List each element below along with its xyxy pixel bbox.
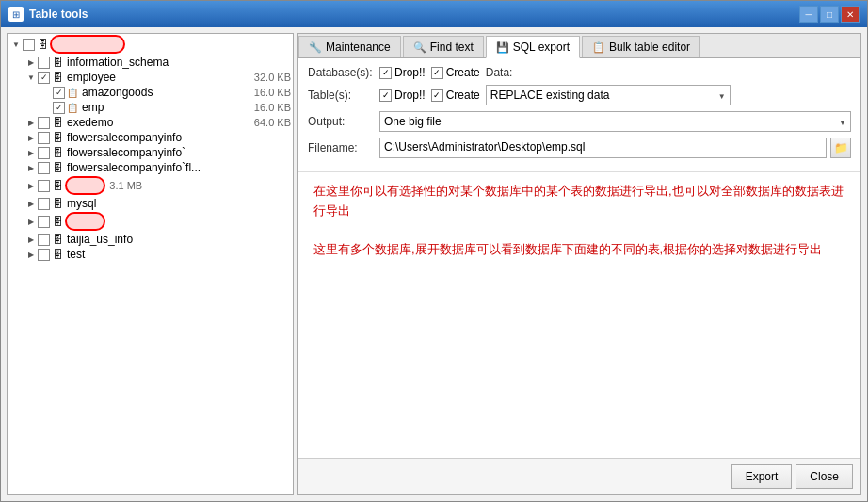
tree-checkbox-taijia[interactable]	[38, 234, 50, 246]
tree-item-employee[interactable]: employee 32.0 KB	[23, 70, 293, 85]
tree-checkbox-reddb2[interactable]	[38, 216, 50, 228]
tab-maintenance-label: Maintenance	[326, 40, 391, 54]
tab-maintenance[interactable]: 🔧 Maintenance	[298, 36, 401, 57]
output-label: Output:	[308, 115, 374, 128]
bulkeditor-icon: 📋	[592, 41, 605, 54]
bottom-bar: Export Close	[298, 458, 860, 494]
tree-item-mysql[interactable]: mysql	[23, 196, 293, 211]
tree-checkbox-flower3[interactable]	[38, 162, 50, 174]
drop2-label: Drop!!	[394, 89, 426, 102]
main-content: information_schema employee 32.0 KB amaz…	[1, 27, 867, 501]
desc-text-2: 这里有多个数据库,展开数据库可以看到数据库下面建的不同的表,根据你的选择对数据进…	[313, 240, 845, 260]
tree-item-root[interactable]	[8, 34, 293, 55]
tree-label-reddb2	[65, 212, 105, 231]
tree-size-reddb: 3.1 MB	[109, 180, 142, 191]
db-icon-flower3	[50, 161, 65, 174]
data-select-value: REPLACE existing data	[490, 89, 610, 102]
tree-checkbox-emp[interactable]	[38, 72, 50, 84]
create2-checkbox[interactable]	[431, 89, 443, 102]
tree-item-exedemo[interactable]: exedemo 64.0 KB	[23, 115, 293, 130]
drop2-checkbox-label[interactable]: Drop!!	[379, 89, 426, 102]
output-select-arrow	[839, 115, 846, 128]
create2-checkbox-label[interactable]: Create	[431, 89, 480, 102]
tree-toggle-emp[interactable]	[24, 71, 38, 84]
table-label: Table(s):	[308, 89, 374, 102]
tree-checkbox-flower2[interactable]	[38, 147, 50, 159]
tree-item-reddb2[interactable]	[23, 211, 293, 232]
tree-toggle-mysql[interactable]	[24, 197, 38, 210]
database-label: Database(s):	[308, 66, 374, 79]
tree-toggle-is[interactable]	[24, 56, 38, 69]
tab-bulkeditor-label: Bulk table editor	[609, 40, 690, 54]
db-icon-mysql	[50, 197, 65, 210]
tree-toggle-flower3[interactable]	[24, 161, 38, 174]
db-icon-reddb2	[50, 215, 65, 228]
tree-item-information_schema[interactable]: information_schema	[23, 55, 293, 70]
maximize-button[interactable]: □	[820, 6, 839, 23]
tree-item-test[interactable]: test	[23, 247, 293, 262]
tree-item-amazongoods[interactable]: amazongoods 16.0 KB	[38, 85, 293, 100]
filename-label: Filename:	[308, 141, 374, 154]
data-select[interactable]: REPLACE existing data	[486, 85, 731, 105]
tree-checkbox-test[interactable]	[38, 249, 50, 261]
tree-toggle-test[interactable]	[24, 248, 38, 261]
tree-checkbox-root[interactable]	[23, 39, 35, 51]
drop-checkbox-label[interactable]: Drop!!	[379, 66, 426, 79]
db-icon-is	[50, 56, 65, 69]
tree-toggle-amazon	[40, 86, 53, 99]
tree-item-flower3[interactable]: flowersalecompanyinfo`fl...	[23, 160, 293, 175]
tree-toggle-flower1[interactable]	[24, 131, 38, 144]
tree-label-root	[50, 35, 125, 54]
tree-item-flower1[interactable]: flowersalecompanyinfo	[23, 130, 293, 145]
tree-toggle-emp-table	[40, 101, 53, 114]
tree-checkbox-emp-table[interactable]	[53, 102, 65, 114]
table-icon-amazon	[65, 86, 80, 99]
window-controls: ─ □ ✕	[799, 6, 860, 23]
tree-label-taijia: taijia_us_info	[67, 233, 291, 246]
tab-bulk-table-editor[interactable]: 📋 Bulk table editor	[582, 36, 700, 57]
tree-item-reddb[interactable]: 3.1 MB	[23, 175, 293, 196]
window-title: Table tools	[29, 8, 88, 21]
title-bar-left: Table tools	[8, 7, 88, 22]
tree-checkbox-mysql[interactable]	[38, 198, 50, 210]
tab-bar: 🔧 Maintenance 🔍 Find text 💾 SQL export 📋…	[298, 34, 860, 58]
tree-toggle-reddb[interactable]	[24, 179, 38, 192]
close-button[interactable]: Close	[796, 464, 853, 489]
tree-checkbox-reddb[interactable]	[38, 180, 50, 192]
tree-checkbox-exedemo[interactable]	[38, 117, 50, 129]
minimize-button[interactable]: ─	[799, 6, 818, 23]
filename-input[interactable]: C:\Users\Administrator\Desktop\emp.sql	[379, 138, 827, 158]
filename-controls: C:\Users\Administrator\Desktop\emp.sql 📁	[379, 138, 851, 158]
output-select[interactable]: One big file	[379, 111, 851, 132]
tree-item-taijia[interactable]: taijia_us_info	[23, 232, 293, 247]
close-window-button[interactable]: ✕	[841, 6, 860, 23]
tree-checkbox-flower1[interactable]	[38, 132, 50, 144]
drop-checkbox[interactable]	[379, 67, 392, 79]
create-checkbox[interactable]	[431, 67, 443, 79]
export-button[interactable]: Export	[731, 464, 793, 489]
tree-label-amazon: amazongoods	[82, 86, 250, 99]
database-controls: Drop!! Create Data:	[379, 66, 851, 79]
tree-size-exedemo: 64.0 KB	[254, 117, 291, 128]
description-area: 在这里你可以有选择性的对某个数据库中的某个表的数据进行导出,也可以对全部数据库的…	[298, 172, 860, 458]
tree-toggle-flower2[interactable]	[24, 146, 38, 159]
tree-toggle-taijia[interactable]	[24, 233, 38, 246]
tree-item-emp-table[interactable]: emp 16.0 KB	[38, 100, 293, 115]
create-checkbox-label[interactable]: Create	[431, 66, 480, 79]
tree-toggle-reddb2[interactable]	[24, 215, 38, 228]
tree-label-test: test	[67, 248, 291, 261]
title-bar: Table tools ─ □ ✕	[1, 1, 867, 27]
drop2-checkbox[interactable]	[379, 89, 392, 102]
tree-item-flower2[interactable]: flowersalecompanyinfo`	[23, 145, 293, 160]
tree-toggle-root[interactable]	[9, 38, 23, 51]
filename-browse-button[interactable]: 📁	[830, 138, 851, 158]
tab-find-text[interactable]: 🔍 Find text	[403, 36, 484, 57]
tree-toggle-exedemo[interactable]	[24, 116, 38, 129]
data-label: Data:	[486, 66, 513, 79]
tab-sql-export[interactable]: 💾 SQL export	[486, 36, 580, 58]
databases-row: Database(s): Drop!! Create Data:	[308, 66, 851, 79]
tree-label-mysql: mysql	[67, 197, 291, 210]
export-form: Database(s): Drop!! Create Data:	[298, 58, 860, 172]
tree-checkbox-amazon[interactable]	[53, 87, 65, 99]
tree-checkbox-is[interactable]	[38, 57, 50, 69]
